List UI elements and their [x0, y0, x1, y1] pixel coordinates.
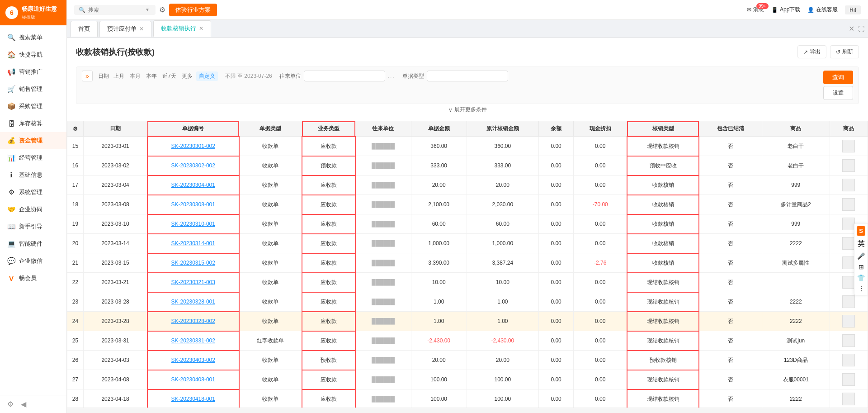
search-dropdown-arrow[interactable]: ▼: [145, 7, 150, 12]
table-row[interactable]: 21 2023-03-15 SK-20230315-002 收款单 应收款 ██…: [67, 253, 868, 273]
voucher-type-select[interactable]: [427, 71, 508, 81]
table-row[interactable]: 26 2023-04-03 SK-20230403-002 收款单 预收款 ██…: [67, 351, 868, 370]
floating-grid-icon[interactable]: ⊞: [857, 263, 865, 271]
date-btn-last-month[interactable]: 上月: [112, 71, 126, 81]
filter-toggle-btn[interactable]: »: [82, 71, 93, 81]
cell-doc-no[interactable]: SK-20230310-001: [147, 214, 239, 234]
user-profile[interactable]: Rit: [845, 5, 861, 14]
service-btn[interactable]: 👤 在线客服: [807, 6, 838, 14]
table-row[interactable]: 19 2023-03-10 SK-20230310-001 收款单 应收款 ██…: [67, 214, 868, 234]
message-btn[interactable]: ✉ 消息 99+: [747, 6, 764, 14]
sidebar-item-guide[interactable]: 📖 新手引导: [0, 218, 66, 235]
sidebar-item-wechat[interactable]: 💬 企业微信: [0, 252, 66, 270]
doc-no-link[interactable]: SK-20230315-002: [171, 260, 215, 266]
table-row[interactable]: 18 2023-03-08 SK-20230308-001 收款单 应收款 ██…: [67, 195, 868, 214]
doc-no-link[interactable]: SK-20230328-001: [171, 299, 215, 305]
cell-doc-no[interactable]: SK-20230302-002: [147, 156, 239, 176]
topbar-gear-icon[interactable]: ⚙: [159, 5, 165, 14]
col-settings-icon[interactable]: ⚙: [73, 126, 78, 132]
sidebar-item-sales[interactable]: 🛒 销售管理: [0, 81, 66, 98]
cell-doc-no[interactable]: SK-20230315-002: [147, 253, 239, 273]
cell-doc-no[interactable]: SK-20230321-003: [147, 273, 239, 292]
doc-no-link[interactable]: SK-20230321-003: [171, 279, 215, 285]
floating-s-icon[interactable]: S: [857, 226, 865, 236]
cell-doc-no[interactable]: SK-20230328-002: [147, 312, 239, 331]
table-row[interactable]: 16 2023-03-02 SK-20230302-002 收款单 预收款 ██…: [67, 156, 868, 176]
cell-doc-no[interactable]: SK-20230328-001: [147, 292, 239, 312]
sidebar-item-marketing[interactable]: 📢 营销推广: [0, 63, 66, 81]
floating-translate-icon[interactable]: 英: [857, 239, 865, 249]
table-row[interactable]: 22 2023-03-21 SK-20230321-003 收款单 应收款 ██…: [67, 273, 868, 292]
cell-doc-no[interactable]: SK-20230308-001: [147, 195, 239, 214]
tabbar-expand-icon[interactable]: ⛶: [858, 25, 864, 33]
settings-bottom-icon[interactable]: ⚙: [7, 400, 14, 408]
cell-doc-no[interactable]: SK-20230301-002: [147, 137, 239, 156]
doc-no-link[interactable]: SK-20230301-002: [171, 143, 215, 149]
table-row[interactable]: 20 2023-03-14 SK-20230314-001 收款单 应收款 ██…: [67, 234, 868, 253]
tab-prepay[interactable]: 预计应付单 ✕: [99, 21, 151, 37]
date-btn-7days[interactable]: 近7天: [160, 71, 178, 81]
cell-doc-no[interactable]: SK-20230418-001: [147, 389, 239, 408]
sidebar-item-inventory[interactable]: 🗄 库存核算: [0, 115, 66, 132]
doc-no-link[interactable]: SK-20230418-001: [171, 396, 215, 402]
sidebar-item-system[interactable]: ⚙ 系统管理: [0, 184, 66, 201]
doc-no-link[interactable]: SK-20230308-001: [171, 201, 215, 208]
export-button[interactable]: ↗ 导出: [797, 45, 826, 58]
doc-no-link[interactable]: SK-20230310-001: [171, 221, 215, 227]
table-row[interactable]: 23 2023-03-28 SK-20230328-001 收款单 应收款 ██…: [67, 292, 868, 312]
search-box[interactable]: 🔍 ▼: [74, 5, 156, 15]
sidebar-item-basic[interactable]: ℹ 基础信息: [0, 166, 66, 184]
tabbar-close-all-icon[interactable]: ✕: [849, 24, 854, 33]
sidebar-item-operation[interactable]: 📊 经营管理: [0, 149, 66, 166]
col-settings[interactable]: ⚙: [67, 121, 84, 137]
filter-settings-button[interactable]: 设置: [823, 86, 853, 100]
date-btn-this-year[interactable]: 本年: [144, 71, 159, 81]
industry-btn[interactable]: 体验行业方案: [169, 4, 217, 16]
query-button[interactable]: 查询: [823, 71, 853, 84]
sidebar-item-hardware[interactable]: 💻 智能硬件: [0, 235, 66, 252]
doc-no-link[interactable]: SK-20230314-001: [171, 240, 215, 247]
doc-no-link[interactable]: SK-20230304-001: [171, 182, 215, 188]
cell-doc-no[interactable]: SK-20230403-002: [147, 351, 239, 370]
app-download-btn[interactable]: 📱 App下载: [771, 6, 800, 14]
doc-no-link[interactable]: SK-20230403-002: [171, 357, 215, 363]
expand-more-btn[interactable]: ∨ 展开更多条件: [448, 106, 487, 114]
tab-receipt-exec[interactable]: 收款核销执行 ✕: [153, 20, 211, 37]
partner-input[interactable]: [304, 71, 385, 81]
table-row[interactable]: 15 2023-03-01 SK-20230301-002 收款单 应收款 ██…: [67, 137, 868, 156]
cell-doc-no[interactable]: SK-20230314-001: [147, 234, 239, 253]
collapse-icon[interactable]: ◀: [21, 400, 26, 408]
table-row[interactable]: 24 2023-03-28 SK-20230328-002 收款单 应收款 ██…: [67, 312, 868, 331]
cell-doc-no[interactable]: SK-20230304-001: [147, 176, 239, 195]
doc-no-link[interactable]: SK-20230302-002: [171, 162, 215, 169]
doc-no-link[interactable]: SK-20230328-002: [171, 318, 215, 324]
doc-no-link[interactable]: SK-20230331-002: [171, 337, 215, 344]
table-row[interactable]: 27 2023-04-08 SK-20230408-001 收款单 应收款 ██…: [67, 370, 868, 389]
sidebar-item-quicknav[interactable]: 🏠 快捷导航: [0, 46, 66, 63]
table-row[interactable]: 17 2023-03-04 SK-20230304-001 收款单 应收款 ██…: [67, 176, 868, 195]
refresh-button[interactable]: ↺ 刷新: [830, 45, 859, 58]
cell-balance: 0.00: [539, 331, 574, 351]
table-row[interactable]: 25 2023-03-31 SK-20230331-002 红字收款单 应收款 …: [67, 331, 868, 351]
sidebar-item-company[interactable]: 🤝 企业协同: [0, 201, 66, 218]
date-custom-btn[interactable]: 自定义: [196, 71, 218, 81]
date-btn-this-month[interactable]: 本月: [128, 71, 142, 81]
table-row[interactable]: 28 2023-04-18 SK-20230418-001 收款单 应收款 ██…: [67, 389, 868, 408]
floating-mic-icon[interactable]: 🎤: [857, 252, 865, 260]
sidebar-item-purchase[interactable]: 📦 采购管理: [0, 98, 66, 115]
doc-no-link[interactable]: SK-20230408-001: [171, 376, 215, 383]
tab-home[interactable]: 首页: [71, 21, 98, 37]
sidebar-item-search[interactable]: 🔍 搜索菜单: [0, 29, 66, 46]
floating-tshirt-icon[interactable]: 👕: [857, 274, 865, 281]
horizontal-scrollbar[interactable]: [67, 408, 868, 413]
tab-receipt-close[interactable]: ✕: [199, 25, 203, 32]
cell-doc-no[interactable]: SK-20230331-002: [147, 331, 239, 351]
sidebar-item-member[interactable]: V 畅会员: [0, 270, 66, 287]
tab-prepay-close[interactable]: ✕: [139, 26, 144, 32]
floating-more-icon[interactable]: ⋮: [857, 285, 865, 292]
date-btn-more[interactable]: 更多: [180, 71, 194, 81]
search-input[interactable]: [88, 7, 142, 13]
sidebar-item-finance[interactable]: 💰 资金管理: [0, 132, 66, 149]
cell-doc-no[interactable]: SK-20230408-001: [147, 370, 239, 389]
table-container[interactable]: ⚙ 日期 单据编号 单据类型 业务类型 往来单位 单据金额 累计核销金额 余额 …: [67, 121, 868, 408]
